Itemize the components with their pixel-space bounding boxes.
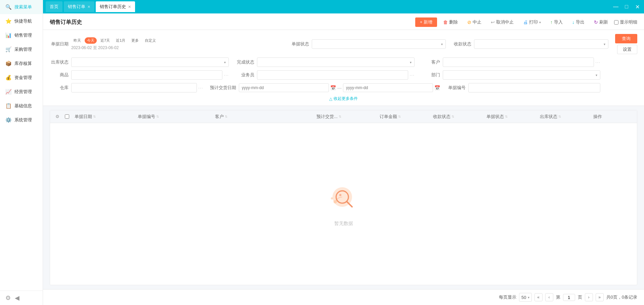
select-all-checkbox[interactable] xyxy=(65,114,69,119)
date-tag-today[interactable]: 今天 xyxy=(85,37,97,44)
last-page-button[interactable]: » xyxy=(596,293,604,301)
date-tag-yesterday[interactable]: 昨天 xyxy=(71,37,83,44)
salesperson-input[interactable] xyxy=(257,70,408,80)
stop-button[interactable]: ⊘ 中止 xyxy=(464,17,485,27)
th-date[interactable]: 单据日期 ⇅ xyxy=(72,112,135,122)
close-button[interactable]: ✕ xyxy=(633,4,641,10)
sidebar-item-purchase-mgmt[interactable]: 🛒 采购管理 xyxy=(0,42,43,56)
date-range-row: 2023-06-02 至 2023-06-02 xyxy=(71,45,119,51)
sidebar: 🔍 搜索菜单 ⭐ 快捷导航 📊 销售管理 🛒 采购管理 📦 库存核算 💰 资金管… xyxy=(0,0,43,305)
filter-row-1: 单据日期 昨天 今天 近7天 近1月 更多 自定义 2023-06-02 至 2… xyxy=(50,34,637,54)
filter-customer-item: 客户 ··· xyxy=(421,58,600,67)
export-button[interactable]: ↓ 导出 xyxy=(569,17,588,27)
th-settings[interactable]: ⚙ xyxy=(53,114,62,119)
goods-input[interactable] xyxy=(71,70,222,80)
sidebar-item-sys-mgmt[interactable]: ⚙️ 系统管理 xyxy=(0,113,43,127)
minimize-button[interactable]: — xyxy=(612,4,620,10)
next-page-icon: › xyxy=(588,295,590,300)
calendar-to-icon[interactable]: 📅 xyxy=(434,85,440,90)
close-sales-order-tab-icon[interactable]: ✕ xyxy=(87,5,90,9)
salesperson-dots-btn[interactable]: ··· xyxy=(410,72,415,78)
out-status-select[interactable]: ▾ xyxy=(71,58,229,67)
sort-num-icon: ⇅ xyxy=(156,115,159,118)
th-amount[interactable]: 订单金额 ⇅ xyxy=(377,112,430,122)
delivery-date-from-input[interactable] xyxy=(239,83,329,92)
order-num-input[interactable] xyxy=(468,83,600,92)
next-page-button[interactable]: › xyxy=(585,293,593,301)
sidebar-item-search-menu[interactable]: 🔍 搜索菜单 xyxy=(0,0,43,14)
prev-page-button[interactable]: ‹ xyxy=(545,293,553,301)
order-status-select[interactable]: ▾ xyxy=(312,39,446,49)
sales-mgmt-icon: 📊 xyxy=(5,32,12,38)
date-tag-custom[interactable]: 自定义 xyxy=(142,37,158,44)
cancel-stop-button[interactable]: ↩ 取消中止 xyxy=(487,17,517,27)
settings-bottom-icon[interactable]: ⚙ xyxy=(5,294,11,302)
collapse-sidebar-icon[interactable]: ◀ xyxy=(15,294,19,302)
print-button[interactable]: 🖨 打印 ▾ xyxy=(520,17,544,27)
close-history-tab-icon[interactable]: ✕ xyxy=(128,5,131,9)
page-size-select[interactable]: 50 ▾ xyxy=(519,293,531,302)
basic-info-icon: 📋 xyxy=(5,103,12,109)
filter-date-item: 单据日期 昨天 今天 近7天 近1月 更多 自定义 2023-06-02 至 2… xyxy=(50,37,284,51)
date-tag-more[interactable]: 更多 xyxy=(129,37,141,44)
refresh-button[interactable]: ↻ 刷新 xyxy=(591,17,611,27)
window-controls: — □ ✕ xyxy=(612,4,641,10)
th-delivery[interactable]: 预计交货... ⇅ xyxy=(314,112,377,122)
print-arrow-icon: ▾ xyxy=(539,21,541,24)
tab-sales-order[interactable]: 销售订单 ✕ xyxy=(64,1,94,12)
import-button[interactable]: ↑ 导入 xyxy=(547,17,566,27)
display-detail-checkbox[interactable] xyxy=(614,20,618,25)
complete-status-label: 完成状态 xyxy=(235,59,254,65)
th-date-label: 单据日期 xyxy=(75,114,92,120)
settings-button[interactable]: 设置 xyxy=(617,45,637,54)
th-checkbox[interactable] xyxy=(62,114,72,119)
sidebar-item-quick-nav[interactable]: ⭐ 快捷导航 xyxy=(0,14,43,28)
th-order-status[interactable]: 单据状态 ⇅ xyxy=(484,112,537,122)
filter-salesperson-item: 业务员 ··· xyxy=(235,70,415,80)
sidebar-item-inventory[interactable]: 📦 库存核算 xyxy=(0,56,43,71)
tab-sales-order-history[interactable]: 销售订单历史 ✕ xyxy=(96,1,135,12)
page-number-input[interactable]: 1 xyxy=(563,294,575,301)
quick-nav-icon: ⭐ xyxy=(5,18,12,24)
complete-status-select[interactable]: ▾ xyxy=(257,58,415,67)
svg-point-5 xyxy=(331,197,333,199)
sidebar-item-ops-mgmt[interactable]: 📈 经营管理 xyxy=(0,85,43,99)
collapse-button[interactable]: △ 收起更多条件 xyxy=(329,96,358,102)
search-menu-icon: 🔍 xyxy=(5,4,12,10)
filter-row-2: 出库状态 ▾ 完成状态 ▾ 客户 xyxy=(50,58,637,67)
th-customer[interactable]: 客户 ⇅ xyxy=(212,112,314,122)
filter-order-num-item: 单据编号 xyxy=(447,83,600,92)
warehouse-input[interactable] xyxy=(71,83,197,92)
receipt-status-select[interactable]: ▾ xyxy=(474,39,608,49)
filter-receipt-status-item: 收款状态 ▾ xyxy=(453,39,608,49)
goods-dots-btn[interactable]: ··· xyxy=(224,72,229,78)
filter-row-3: 商品 ··· 业务员 ··· 部门 xyxy=(50,70,637,80)
filter-order-status-item: 单据状态 ▾ xyxy=(290,39,446,49)
date-tag-1month[interactable]: 近1月 xyxy=(114,37,128,44)
maximize-button[interactable]: □ xyxy=(622,4,631,10)
delete-button[interactable]: 🗑 删除 xyxy=(440,17,461,27)
th-pay-status[interactable]: 收款状态 ⇅ xyxy=(430,112,484,122)
th-out-status[interactable]: 出库状态 ⇅ xyxy=(537,112,591,122)
sidebar-item-basic-info[interactable]: 📋 基础信息 xyxy=(0,99,43,113)
query-button[interactable]: 查询 xyxy=(615,34,637,43)
th-num[interactable]: 单据编号 ⇅ xyxy=(135,112,212,122)
capital-mgmt-icon: 💰 xyxy=(5,75,12,81)
date-tag-7days[interactable]: 近7天 xyxy=(98,37,112,44)
page-word-before: 第 xyxy=(556,294,560,300)
sidebar-item-capital-mgmt[interactable]: 💰 资金管理 xyxy=(0,71,43,85)
first-page-button[interactable]: « xyxy=(534,293,543,301)
tab-home[interactable]: 首页 xyxy=(46,1,62,12)
dept-select[interactable]: ▾ xyxy=(443,70,600,80)
sidebar-item-sales-mgmt[interactable]: 📊 销售管理 xyxy=(0,28,43,42)
warehouse-dots-btn[interactable]: ··· xyxy=(198,85,203,90)
customer-dots-btn[interactable]: ··· xyxy=(595,60,600,65)
filter-goods-item: 商品 ··· xyxy=(50,70,229,80)
customer-input[interactable] xyxy=(443,58,594,67)
display-detail-toggle[interactable]: 显示明细 xyxy=(614,19,637,25)
prev-page-icon: ‹ xyxy=(549,295,550,300)
new-button[interactable]: + 新增 xyxy=(415,17,437,27)
sidebar-item-label: 资金管理 xyxy=(14,75,32,81)
calendar-from-icon[interactable]: 📅 xyxy=(330,85,336,90)
delivery-date-to-input[interactable] xyxy=(343,83,433,92)
